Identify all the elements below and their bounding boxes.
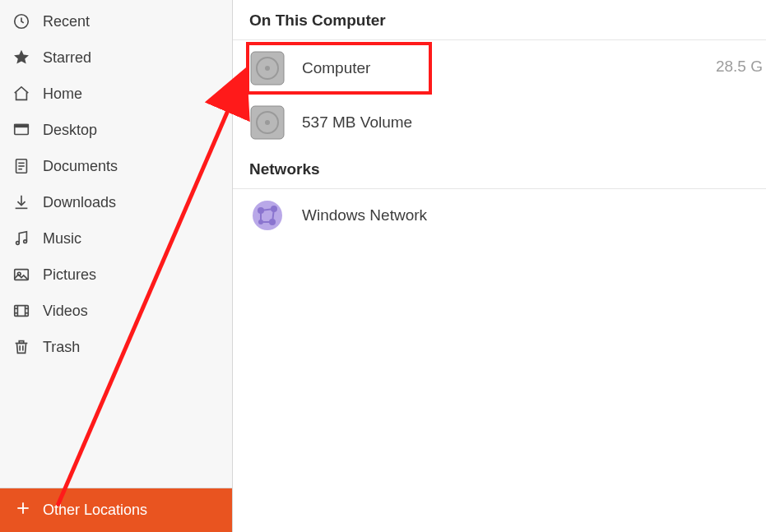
plus-icon (15, 500, 31, 520)
list-item-windows-network[interactable]: Windows Network (233, 189, 766, 242)
sidebar-footer-label: Other Locations (43, 502, 147, 519)
network-icon (249, 197, 286, 234)
sidebar-item-label: Desktop (43, 122, 97, 139)
section-divider (233, 39, 766, 40)
list-item-label: Windows Network (302, 206, 427, 224)
main-content: On This Computer Computer 28.5 G 537 MB … (233, 0, 766, 532)
sidebar-item-label: Pictures (43, 266, 96, 284)
sidebar-item-starred[interactable]: Starred (0, 39, 232, 76)
desktop-icon (12, 120, 31, 140)
svg-rect-2 (15, 125, 29, 127)
clock-icon (12, 12, 31, 31)
sidebar-item-label: Documents (43, 158, 118, 175)
trash-icon (12, 337, 31, 357)
documents-icon (12, 156, 31, 176)
sidebar-item-pictures[interactable]: Pictures (0, 257, 232, 293)
sidebar-item-downloads[interactable]: Downloads (0, 184, 232, 220)
hard-drive-icon (249, 104, 286, 141)
sidebar-item-label: Trash (43, 339, 80, 356)
sidebar-item-trash[interactable]: Trash (0, 329, 232, 365)
sidebar-item-videos[interactable]: Videos (0, 293, 232, 329)
sidebar-list: Recent Starred Home Desktop (0, 0, 232, 488)
hard-drive-icon (249, 50, 286, 86)
section-header-networks: Networks (233, 149, 766, 187)
sidebar-item-other-locations[interactable]: Other Locations (0, 488, 232, 532)
svg-point-8 (24, 240, 27, 243)
list-item-volume[interactable]: 537 MB Volume (233, 96, 766, 149)
list-item-detail: 28.5 G (716, 58, 763, 76)
sidebar-item-music[interactable]: Music (0, 220, 232, 257)
sidebar-item-documents[interactable]: Documents (0, 148, 232, 184)
svg-point-24 (265, 66, 270, 71)
sidebar-item-desktop[interactable]: Desktop (0, 112, 232, 148)
star-icon (12, 48, 31, 67)
section-header-on-this-computer: On This Computer (233, 0, 766, 38)
sidebar-item-label: Downloads (43, 194, 116, 211)
sidebar: Recent Starred Home Desktop (0, 0, 233, 532)
svg-point-7 (16, 242, 20, 245)
videos-icon (12, 301, 31, 321)
sidebar-item-recent[interactable]: Recent (0, 3, 232, 39)
list-item-label: Computer (302, 59, 370, 77)
list-item-computer[interactable]: Computer (246, 42, 432, 95)
sidebar-item-label: Music (43, 230, 81, 247)
svg-point-27 (265, 120, 270, 125)
sidebar-item-label: Videos (43, 303, 88, 320)
sidebar-item-label: Home (43, 86, 82, 103)
sidebar-item-home[interactable]: Home (0, 76, 232, 112)
pictures-icon (12, 265, 31, 285)
downloads-icon (12, 192, 31, 212)
sidebar-item-label: Recent (43, 13, 90, 30)
sidebar-item-label: Starred (43, 49, 91, 67)
music-icon (12, 229, 31, 248)
list-item-label: 537 MB Volume (302, 113, 412, 132)
svg-rect-11 (15, 306, 29, 317)
svg-point-28 (253, 201, 282, 230)
home-icon (12, 84, 31, 104)
